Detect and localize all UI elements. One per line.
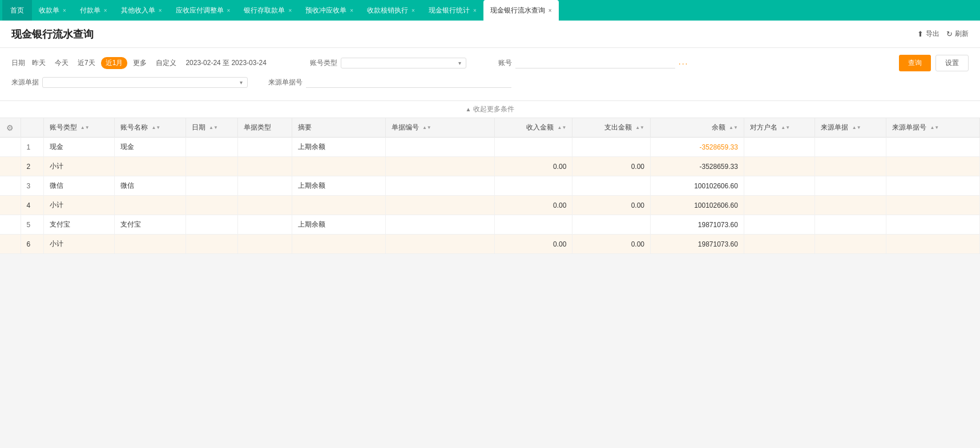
collapse-bar[interactable]: ▲ 收起更多条件 [0, 101, 980, 118]
cell-gear [0, 176, 21, 196]
col-header-gear: ⚙ [0, 118, 21, 138]
cell-summary: 上期余额 [292, 138, 385, 157]
table-row: 3微信微信上期余额100102606.60 [0, 176, 980, 196]
date-range-display: 2023-02-24 至 2023-03-24 [185, 58, 266, 68]
cell-gear [0, 215, 21, 235]
close-icon[interactable]: × [350, 7, 353, 14]
date-btn-1month[interactable]: 近1月 [101, 57, 128, 69]
cell-rownum: 4 [21, 196, 43, 215]
header-actions: ⬆ 导出 ↻ 刷新 [917, 29, 969, 39]
table-header-row: ⚙ 账号类型 ▲▼ 账号名称 ▲▼ 日期 ▲▼ 单据类型 [0, 118, 980, 138]
table-row: 5支付宝支付宝上期余额19871073.60 [0, 215, 980, 235]
cell-doc-type [238, 196, 292, 215]
cell-counterpart [744, 138, 815, 157]
cell-source-doc [815, 196, 886, 215]
nav-tab-8[interactable]: 现金银行流水查询 × [483, 0, 559, 21]
cell-balance: -3528659.33 [650, 138, 744, 157]
col-header-account-type[interactable]: 账号类型 ▲▼ [43, 118, 115, 138]
close-icon[interactable]: × [473, 7, 477, 14]
cell-date [185, 235, 238, 254]
close-icon[interactable]: × [104, 7, 107, 14]
cell-balance: 19871073.60 [650, 215, 744, 235]
cell-gear [0, 196, 21, 215]
col-header-source-doc[interactable]: 来源单据 ▲▼ [815, 118, 886, 138]
account-type-select[interactable]: ▾ [341, 58, 466, 68]
page-header: 现金银行流水查询 ⬆ 导出 ↻ 刷新 [0, 21, 980, 48]
nav-tab-6[interactable]: 收款核销执行 × [360, 0, 422, 21]
cell-account-type: 小计 [43, 157, 115, 176]
cell-counterpart [744, 215, 815, 235]
sort-icon: ▲▼ [209, 126, 218, 130]
cell-income: 0.00 [494, 196, 572, 215]
cell-rownum: 2 [21, 157, 43, 176]
col-header-rownum [21, 118, 43, 138]
account-type-label: 账号类型 [310, 58, 337, 68]
nav-tab-2[interactable]: 其他收入单 × [114, 0, 169, 21]
nav-tab-7[interactable]: 现金银行统计 × [422, 0, 483, 21]
col-header-income[interactable]: 收入金额 ▲▼ [494, 118, 572, 138]
refresh-button[interactable]: ↻ 刷新 [946, 29, 969, 39]
cell-income [494, 176, 572, 196]
cell-source-doc [815, 235, 886, 254]
export-button[interactable]: ⬆ 导出 [917, 29, 939, 39]
cell-source-doc [815, 176, 886, 196]
nav-tab-0[interactable]: 收款单 × [32, 0, 73, 21]
col-header-account-name[interactable]: 账号名称 ▲▼ [115, 118, 186, 138]
cell-doc-no [385, 235, 494, 254]
nav-tab-1[interactable]: 付款单 × [73, 0, 114, 21]
source-doc-filter: 来源单据 ▾ [11, 77, 248, 88]
cell-summary: 上期余额 [292, 215, 385, 235]
nav-tab-5[interactable]: 预收冲应收单 × [299, 0, 360, 21]
close-icon[interactable]: × [227, 7, 231, 14]
date-btn-7days[interactable]: 近7天 [74, 57, 99, 69]
cell-counterpart [744, 235, 815, 254]
close-icon[interactable]: × [412, 7, 415, 14]
more-options-button[interactable]: ··· [679, 59, 689, 68]
settings-button[interactable]: 设置 [935, 55, 969, 71]
close-icon[interactable]: × [288, 7, 292, 14]
nav-home[interactable]: 首页 [2, 0, 32, 21]
col-header-doc-no[interactable]: 单据编号 ▲▼ [385, 118, 494, 138]
col-header-counterpart[interactable]: 对方户名 ▲▼ [744, 118, 815, 138]
cell-expense: 0.00 [572, 235, 651, 254]
cell-account-type: 小计 [43, 196, 115, 215]
close-icon[interactable]: × [159, 7, 162, 14]
cell-account-name: 微信 [115, 176, 186, 196]
close-icon[interactable]: × [63, 7, 66, 14]
cell-source-doc-no [886, 138, 980, 157]
source-doc-label: 来源单据 [11, 78, 39, 87]
cell-source-doc-no [886, 235, 980, 254]
table-body: 1现金现金上期余额-3528659.332小计0.000.00-3528659.… [0, 138, 980, 254]
date-btn-today[interactable]: 今天 [51, 57, 72, 69]
cell-doc-no [385, 157, 494, 176]
source-doc-select[interactable]: ▾ [42, 77, 248, 88]
account-type-filter: 账号类型 ▾ [310, 58, 466, 68]
cell-account-name: 支付宝 [115, 215, 186, 235]
cell-summary [292, 235, 385, 254]
sort-icon: ▲▼ [729, 126, 738, 130]
col-header-balance[interactable]: 余额 ▲▼ [650, 118, 744, 138]
cell-source-doc [815, 215, 886, 235]
close-icon[interactable]: × [549, 7, 552, 14]
col-header-source-doc-no[interactable]: 来源单据号 ▲▼ [886, 118, 980, 138]
date-btn-more[interactable]: 更多 [130, 57, 150, 69]
date-btn-yesterday[interactable]: 昨天 [29, 57, 49, 69]
sort-icon: ▲▼ [852, 126, 861, 130]
query-button[interactable]: 查询 [899, 55, 931, 71]
data-table-container: ⚙ 账号类型 ▲▼ 账号名称 ▲▼ 日期 ▲▼ 单据类型 [0, 118, 980, 254]
nav-tab-4[interactable]: 银行存取款单 × [237, 0, 299, 21]
source-doc-no-input[interactable] [306, 77, 511, 88]
date-btn-custom[interactable]: 自定义 [152, 57, 180, 69]
filter-area: 日期 昨天 今天 近7天 近1月 更多 自定义 2023-02-24 至 202… [0, 48, 980, 101]
cell-account-name [115, 157, 186, 176]
nav-tab-3[interactable]: 应收应付调整单 × [169, 0, 237, 21]
cell-income: 0.00 [494, 157, 572, 176]
cell-source-doc-no [886, 196, 980, 215]
col-header-date[interactable]: 日期 ▲▼ [185, 118, 238, 138]
cell-date [185, 157, 238, 176]
col-header-expense[interactable]: 支出金额 ▲▼ [572, 118, 651, 138]
cell-doc-no [385, 215, 494, 235]
cell-date [185, 215, 238, 235]
gear-icon[interactable]: ⚙ [6, 123, 14, 132]
account-input[interactable] [515, 58, 675, 68]
